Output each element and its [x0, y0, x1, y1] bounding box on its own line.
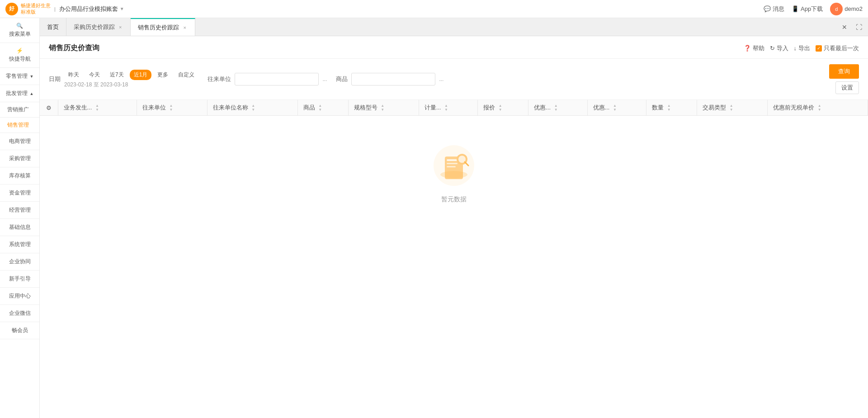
tab-sales-history[interactable]: 销售历史价跟踪 ×: [131, 18, 195, 36]
help-button[interactable]: ❓ 帮助: [744, 44, 764, 52]
sidebar-item-label: 基础信息: [9, 223, 31, 231]
sidebar-item-label: 企业微信: [9, 309, 31, 317]
th-quantity[interactable]: 数量 ▲▼: [646, 100, 697, 116]
user-profile[interactable]: d demo2: [830, 3, 863, 15]
th-spec[interactable]: 规格型号 ▲▼: [348, 100, 419, 116]
sidebar-item-collab[interactable]: 企业协同: [0, 253, 39, 271]
top-header: 好 畅捷通好生意 标准版 | 办公用品行业模拟账套 ▼ 💬 消息 📱 App下载…: [0, 0, 868, 18]
sidebar-item-label: 采购管理: [9, 155, 31, 162]
sidebar-item-finance[interactable]: 资金管理: [0, 185, 39, 202]
sidebar: 🔍 搜索菜单 ⚡ 快捷导航 零售管理 ▼ 批发管理 ▲ 营销推广 销售管理 电商…: [0, 18, 40, 418]
sidebar-item-search[interactable]: 🔍 搜索菜单: [0, 18, 39, 43]
sidebar-item-wechat[interactable]: 企业微信: [0, 305, 39, 322]
product-input[interactable]: [351, 73, 435, 86]
sidebar-item-quick-nav[interactable]: ⚡ 快捷导航: [0, 43, 39, 68]
date-block: 昨天 今天 近7天 近1月 更多 自定义 2023-02-18 至 2023-0…: [64, 70, 198, 89]
sidebar-item-system[interactable]: 系统管理: [0, 236, 39, 253]
sidebar-item-guide[interactable]: 新手引导: [0, 271, 39, 288]
sort-icon: ▲▼: [95, 104, 99, 112]
sidebar-item-app-center[interactable]: 应用中心: [0, 288, 39, 305]
th-settings[interactable]: ⚙: [40, 100, 58, 116]
sidebar-item-wholesale[interactable]: 批发管理 ▲: [0, 85, 39, 102]
product-dots[interactable]: ...: [439, 76, 443, 82]
tab-bar-actions: ✕ ⛶: [835, 18, 868, 36]
page-content: 销售历史价查询 ❓ 帮助 ↻ 导入 ↓ 导出 ✓: [40, 36, 868, 418]
product-label: 商品: [336, 75, 348, 83]
sidebar-item-label: 营销推广: [7, 106, 29, 113]
th-quote[interactable]: 报价 ▲▼: [478, 100, 528, 116]
app-download-label: App下载: [801, 5, 823, 13]
only-last-checkbox[interactable]: ✓ 只看最后一次: [816, 44, 859, 52]
tab-bar: 首页 采购历史价跟踪 × 销售历史价跟踪 × ✕ ⛶: [40, 18, 868, 36]
tab-purchase-history[interactable]: 采购历史价跟踪 ×: [66, 18, 131, 36]
th-pre-tax-price[interactable]: 优惠前无税单价 ▲▼: [768, 100, 868, 116]
sidebar-item-ecommerce[interactable]: 电商管理: [0, 133, 39, 150]
sidebar-item-label: 应用中心: [9, 292, 31, 300]
sort-icon: ▲▼: [667, 104, 671, 112]
home-tab-label: 首页: [47, 23, 59, 31]
th-product[interactable]: 商品 ▲▼: [297, 100, 348, 116]
date-range-text: 2023-02-18 至 2023-03-18: [64, 81, 198, 89]
gear-icon: ⚙: [46, 104, 52, 111]
page-title: 销售历史价查询: [49, 43, 99, 53]
date-btn-custom[interactable]: 自定义: [174, 70, 198, 80]
date-btn-more[interactable]: 更多: [153, 70, 172, 80]
maximize-btn[interactable]: ⛶: [854, 22, 864, 33]
query-button[interactable]: 查询: [829, 64, 859, 79]
sidebar-item-label: 零售管理: [6, 72, 28, 80]
th-biz-date[interactable]: 业务发生... ▲▼: [58, 100, 137, 116]
sidebar-item-label: 资金管理: [9, 189, 31, 197]
th-discount1[interactable]: 优惠... ▲▼: [528, 100, 587, 116]
date-btn-yesterday[interactable]: 昨天: [64, 70, 83, 80]
sidebar-item-operation[interactable]: 经营管理: [0, 202, 39, 219]
partner-filter-group: 往来单位 ...: [208, 73, 327, 86]
chevron-down-icon: ▼: [120, 6, 124, 11]
breadcrumb-separator: |: [54, 6, 56, 12]
partner-input[interactable]: [235, 73, 319, 86]
sidebar-item-basic-info[interactable]: 基础信息: [0, 219, 39, 236]
tab-close-sales[interactable]: ×: [182, 24, 187, 31]
sidebar-item-inventory[interactable]: 库存核算: [0, 167, 39, 185]
empty-illustration: [431, 143, 476, 188]
sort-icon: ▲▼: [730, 104, 733, 112]
page-actions: ❓ 帮助 ↻ 导入 ↓ 导出 ✓ 只看最后一次: [744, 44, 859, 52]
th-unit[interactable]: 计量... ▲▼: [419, 100, 477, 116]
logo-text: 畅捷通好生意 标准版: [21, 3, 51, 14]
date-btn-1month[interactable]: 近1月: [130, 70, 152, 80]
search-icon: 🔍: [16, 23, 23, 29]
sidebar-item-sales[interactable]: 销售管理: [0, 118, 39, 133]
message-button[interactable]: 💬 消息: [764, 5, 784, 13]
th-trade-type[interactable]: 交易类型 ▲▼: [697, 100, 768, 116]
partner-label: 往来单位: [208, 75, 231, 83]
date-btn-7days[interactable]: 近7天: [106, 70, 128, 80]
sort-icon: ▲▼: [444, 104, 448, 112]
message-label: 消息: [773, 5, 784, 13]
partner-dots[interactable]: ...: [322, 76, 327, 82]
header-right: 💬 消息 📱 App下载 d demo2: [764, 3, 863, 15]
header-left: 好 畅捷通好生意 标准版 | 办公用品行业模拟账套 ▼: [5, 3, 124, 15]
sidebar-item-label: 畅会员: [12, 327, 28, 334]
sidebar-item-retail[interactable]: 零售管理 ▼: [0, 68, 39, 85]
th-partner-code[interactable]: 往来单位 ▲▼: [137, 100, 207, 116]
app-download-button[interactable]: 📱 App下载: [792, 5, 823, 13]
date-btn-today[interactable]: 今天: [85, 70, 104, 80]
export-button[interactable]: ↓ 导出: [794, 44, 811, 52]
main-layout: 🔍 搜索菜单 ⚡ 快捷导航 零售管理 ▼ 批发管理 ▲ 营销推广 销售管理 电商…: [0, 18, 868, 418]
settings-button[interactable]: 设置: [835, 81, 859, 94]
message-icon: 💬: [764, 5, 771, 12]
sidebar-item-member[interactable]: 畅会员: [0, 322, 39, 339]
sidebar-item-marketing[interactable]: 营销推广: [0, 102, 39, 118]
th-partner-name[interactable]: 往来单位名称 ▲▼: [207, 100, 297, 116]
tab-home[interactable]: 首页: [40, 18, 66, 36]
sidebar-item-purchase[interactable]: 采购管理: [0, 150, 39, 167]
date-filter-group: 日期 昨天 今天 近7天 近1月 更多 自定义 2023-02-18 至 202…: [49, 70, 198, 89]
app-selector[interactable]: 办公用品行业模拟账套 ▼: [59, 5, 124, 13]
close-tab-btn[interactable]: ✕: [839, 22, 850, 33]
th-discount2[interactable]: 优惠... ▲▼: [587, 100, 646, 116]
logo-icon: 好: [5, 3, 18, 15]
sidebar-item-label: 库存核算: [9, 172, 31, 180]
nav-icon: ⚡: [16, 48, 23, 54]
import-button[interactable]: ↻ 导入: [770, 44, 788, 52]
tab-close-purchase[interactable]: ×: [118, 24, 123, 30]
sidebar-item-label: 系统管理: [9, 241, 31, 248]
